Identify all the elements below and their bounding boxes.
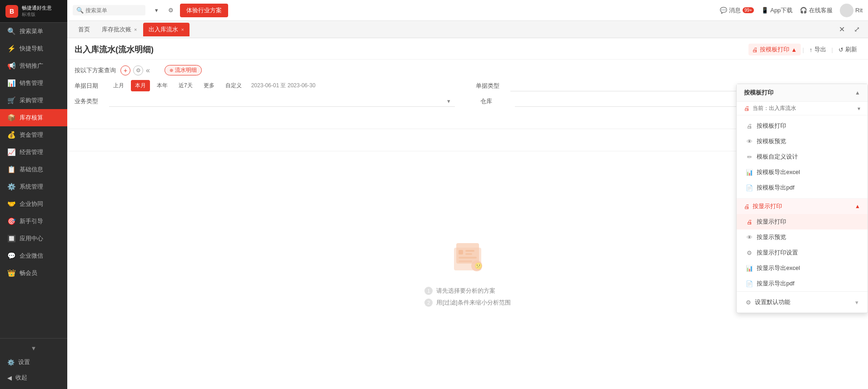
- filter-tag-active[interactable]: ⊕ 流水明细: [165, 65, 202, 75]
- guide-icon: 🎯: [7, 217, 16, 225]
- date-btn-7days[interactable]: 近7天: [175, 80, 197, 91]
- date-filter: 上月 本月 本年 近7天 更多 自定义 2023-06-01 至 2023-06…: [109, 80, 450, 91]
- tabs-bar: 首页 库存批次账 × 出入库流水 × ✕ ⤢: [67, 21, 868, 38]
- export-btn[interactable]: ↑ 导出: [806, 44, 830, 55]
- step-num-1: 1: [424, 287, 433, 295]
- dropdown-footer-default[interactable]: ⚙ 设置默认功能 ▾: [744, 295, 860, 309]
- dropdown-item-display-excel[interactable]: 📊 按显示导出excel: [737, 260, 868, 276]
- tab-home[interactable]: 首页: [73, 23, 95, 36]
- date-btn-thisyear[interactable]: 本年: [153, 80, 172, 91]
- sidebar-collapse[interactable]: ◀ 收起: [0, 370, 67, 385]
- settings-default-icon: ⚙: [746, 299, 751, 306]
- empty-step-1: 1 请先选择要分析的方案: [424, 287, 510, 295]
- sidebar-item-quicknav[interactable]: ⚡ 快捷导航: [0, 40, 67, 57]
- display-pdf-icon: 📄: [746, 280, 753, 287]
- dropdown-item-template-print[interactable]: 🖨 按模板打印: [737, 118, 868, 134]
- dropdown-item-display-print[interactable]: 🖨 按显示打印: [737, 214, 868, 229]
- dropdown-item-display-pdf[interactable]: 📄 按显示导出pdf: [737, 276, 868, 291]
- app-download-btn[interactable]: 📱 App下载: [761, 6, 793, 15]
- empty-step-2: 2 用[过滤]条件来缩小分析范围: [424, 299, 510, 307]
- date-btn-lastmonth[interactable]: 上月: [109, 80, 128, 91]
- sidebar-item-search[interactable]: 🔍 搜索菜单: [0, 23, 67, 40]
- dropdown-expand-btn[interactable]: ▲: [855, 90, 860, 96]
- sidebar-item-member[interactable]: 👑 畅会员: [0, 264, 67, 282]
- sidebar-item-marketing[interactable]: 📢 营销推广: [0, 57, 67, 75]
- sidebar-item-operations[interactable]: 📈 经营管理: [0, 144, 67, 161]
- sidebar-item-inventory[interactable]: 📦 库存核算: [0, 109, 67, 126]
- business-filter-label: 业务类型: [75, 97, 102, 105]
- close-all-btn[interactable]: ✕: [836, 24, 848, 35]
- settings-icon: ⚙️: [7, 359, 15, 366]
- chevron-up-icon: ▲: [791, 46, 797, 53]
- business-filter-dropdown-icon[interactable]: ▾: [447, 98, 450, 105]
- phone-icon: 📱: [761, 7, 768, 14]
- svg-rect-6: [459, 260, 472, 262]
- tab-flowwater[interactable]: 出入库流水 ×: [143, 23, 189, 36]
- sidebar-item-system[interactable]: ⚙️ 系统管理: [0, 178, 67, 195]
- topbar-left: 🔍 ▾ ⚙ 体验行业方案: [73, 4, 720, 17]
- user-menu[interactable]: Rit: [840, 4, 863, 17]
- member-icon: 👑: [7, 269, 16, 277]
- dropdown-btn[interactable]: ▾: [150, 4, 163, 17]
- date-btn-thismonth[interactable]: 本月: [131, 80, 150, 91]
- gear-btn[interactable]: ⚙: [165, 4, 177, 17]
- refresh-btn[interactable]: ↺ 刷新: [835, 44, 861, 55]
- page-header: 出入库流水(流水明细) 🖨 按模板打印 ▲ | ↑ 导出 | ↺: [67, 38, 868, 60]
- dropdown-footer: ⚙ 设置默认功能 ▾: [737, 291, 868, 313]
- divider1: |: [803, 46, 804, 53]
- search-input[interactable]: [85, 7, 140, 14]
- sales-icon: 📊: [7, 79, 16, 87]
- industry-btn[interactable]: 体验行业方案: [180, 4, 228, 17]
- basicinfo-icon: 📋: [7, 165, 16, 174]
- step-num-2: 2: [424, 299, 433, 307]
- tab-flowwater-close[interactable]: ×: [181, 27, 184, 32]
- svg-rect-3: [465, 250, 474, 252]
- sidebar-logo: B 畅捷通好生意 标准版: [0, 0, 67, 23]
- svg-text:😕: 😕: [474, 262, 483, 270]
- print-template-btn[interactable]: 🖨 按模板打印 ▲: [748, 44, 801, 55]
- dropdown-item-template-pdf[interactable]: 📄 按模板导出pdf: [737, 180, 868, 195]
- sidebar-item-guide[interactable]: 🎯 新手引导: [0, 213, 67, 230]
- date-btn-custom[interactable]: 自定义: [221, 80, 246, 91]
- app-logo-icon: B: [5, 5, 18, 18]
- dropdown-item-display-settings[interactable]: ⚙ 按显示打印设置: [737, 245, 868, 260]
- printer-icon: 🖨: [752, 46, 758, 53]
- sidebar-item-purchase[interactable]: 🛒 采购管理: [0, 92, 67, 109]
- dropdown-item-template-design[interactable]: ✏ 模板自定义设计: [737, 149, 868, 165]
- current-dropdown-icon[interactable]: ▾: [858, 105, 860, 112]
- empty-steps: 1 请先选择要分析的方案 2 用[过滤]条件来缩小分析范围: [424, 287, 510, 307]
- system-icon: ⚙️: [7, 183, 16, 191]
- display-section-header[interactable]: 🖨 按显示打印 ▲: [737, 199, 868, 214]
- sidebar-settings[interactable]: ⚙️ 设置: [0, 354, 67, 370]
- svg-rect-2: [459, 250, 463, 254]
- dropdown-current: 🖨 当前：出入库流水 ▾: [737, 102, 868, 115]
- sidebar-item-basicinfo[interactable]: 📋 基础信息: [0, 161, 67, 178]
- filter-collapse-btn[interactable]: «: [146, 66, 150, 75]
- dropdown-item-template-excel[interactable]: 📊 按模板导出excel: [737, 165, 868, 180]
- date-btn-more[interactable]: 更多: [200, 80, 219, 91]
- sidebar-item-wechat[interactable]: 💬 企业微信: [0, 247, 67, 264]
- filter-add-btn[interactable]: +: [120, 65, 130, 75]
- display-section-collapse-icon[interactable]: ▲: [855, 203, 860, 209]
- topbar-search-box: 🔍: [73, 5, 145, 15]
- tab-batch-account[interactable]: 库存批次账 ×: [96, 23, 142, 36]
- maximize-btn[interactable]: ⤢: [851, 24, 863, 35]
- messages-btn[interactable]: 💬 消息 99+: [720, 6, 754, 15]
- operations-icon: 📈: [7, 148, 16, 156]
- filter-actions-left: 按以下方案查询 + ⚙ «: [75, 65, 150, 75]
- dropdown-item-display-preview[interactable]: 👁 按显示预览: [737, 229, 868, 245]
- sidebar-item-sales[interactable]: 📊 销售管理: [0, 75, 67, 92]
- tab-batch-account-close[interactable]: ×: [134, 27, 137, 32]
- warehouse-filter-label: 仓库: [480, 97, 508, 105]
- sidebar-item-collab[interactable]: 🤝 企业协同: [0, 195, 67, 213]
- sidebar-item-appcenter[interactable]: 🔲 应用中心: [0, 230, 67, 247]
- online-service-btn[interactable]: 🎧 在线客服: [800, 6, 833, 15]
- svg-rect-5: [459, 257, 477, 259]
- sidebar-scroll-down[interactable]: ▼: [0, 342, 67, 354]
- sidebar-item-finance[interactable]: 💰 资金管理: [0, 126, 67, 144]
- quicknav-icon: ⚡: [7, 45, 16, 53]
- filter-setting-btn[interactable]: ⚙: [133, 65, 143, 75]
- dropdown-title: 按模板打印: [744, 89, 773, 97]
- display-preview-icon: 👁: [746, 234, 753, 241]
- dropdown-item-template-preview[interactable]: 👁 按模板预览: [737, 134, 868, 149]
